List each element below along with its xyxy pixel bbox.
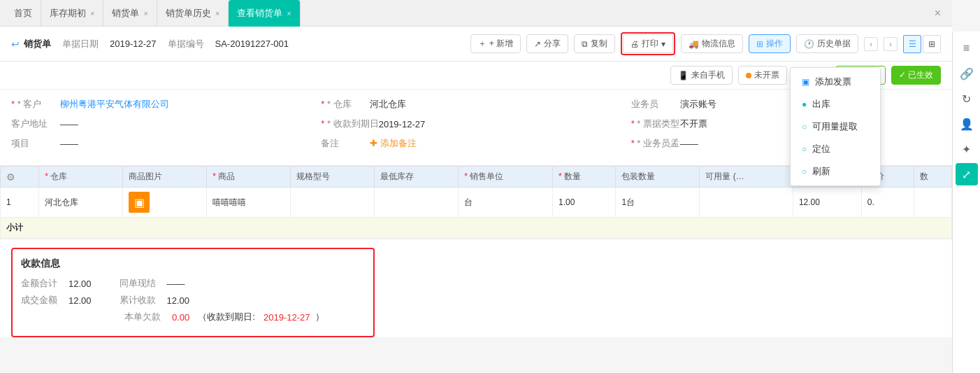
- sidebar-icon-3[interactable]: ↻: [956, 87, 978, 110]
- doc-header: ↩ 销货单 单据日期 2019-12-27 单据编号 SA-20191227-0…: [0, 27, 952, 62]
- add-invoice-icon: ▣: [802, 77, 809, 87]
- col-warehouse: 仓库: [39, 167, 123, 188]
- customer-value[interactable]: 柳州粤港平安气体有限公司: [60, 98, 169, 111]
- copy-button[interactable]: ⧉ 复制: [574, 34, 615, 53]
- product-image-icon: ▣: [134, 196, 145, 209]
- row-product: 嘻嘻嘻嘻: [207, 188, 291, 218]
- print-dropdown-arrow[interactable]: ▾: [661, 39, 665, 49]
- address-field: 客户地址 ——: [11, 118, 321, 130]
- same-order-label: 同单现结: [120, 277, 156, 290]
- effective-button[interactable]: ✓ 已生效: [891, 66, 941, 85]
- payment-section: 收款信息 金额合计 12.00 同单现结 —— 成交金额 12.00 累计收款: [11, 248, 375, 337]
- sidebar-icon-6[interactable]: ⤢: [956, 163, 978, 185]
- total-label: 金额合计: [21, 277, 57, 290]
- ship-out-item[interactable]: ● 出库: [791, 93, 880, 115]
- ticket-field: * 票据类型 不开票: [631, 118, 941, 130]
- tab-view-sales-label: 查看销货单: [237, 7, 282, 20]
- warehouse-field: * 仓库 河北仓库: [321, 98, 630, 111]
- next-record-button[interactable]: ›: [884, 37, 898, 51]
- note-field: 备注 ✚ 添加备注: [321, 137, 630, 150]
- from-phone-button[interactable]: 📱 来自手机: [670, 66, 733, 85]
- cumulative-field: 累计收款 12.00: [120, 294, 190, 307]
- list-view-button[interactable]: ☰: [903, 35, 921, 53]
- add-invoice-item[interactable]: ▣ 添加发票: [791, 71, 880, 93]
- tab-sales-close[interactable]: ×: [143, 9, 147, 17]
- warehouse-label: * 仓库: [321, 98, 370, 111]
- due-date-field: * 收款到期日 2019-12-27: [321, 118, 630, 130]
- payment-title: 收款信息: [21, 258, 365, 270]
- customer-field: * 客户 柳州粤港平安气体有限公司: [11, 98, 321, 111]
- new-icon: ＋: [478, 38, 487, 50]
- tab-home[interactable]: 首页: [6, 0, 41, 27]
- refresh-item[interactable]: ○ 刷新: [791, 160, 880, 183]
- history-button[interactable]: 🕐 历史单据: [796, 34, 858, 53]
- operate-dropdown: ▣ 添加发票 ● 出库 ○ 可用量提取 ○ 定位 ○ 刷新: [790, 67, 881, 186]
- prev-record-button[interactable]: ‹: [864, 37, 878, 51]
- sidebar-icon-2[interactable]: 🔗: [956, 62, 978, 85]
- not-open-button[interactable]: 未开票: [738, 66, 787, 85]
- add-note-button[interactable]: ✚ 添加备注: [370, 137, 417, 150]
- due-date-value: 2019-12-27: [379, 119, 426, 129]
- row-quantity: 1.00: [552, 188, 615, 218]
- sales-staff-value: ——: [680, 139, 698, 149]
- new-button[interactable]: ＋ + 新增: [470, 34, 521, 53]
- tab-home-label: 首页: [14, 7, 32, 20]
- row-more: [914, 188, 952, 218]
- sales-staff-label: * 业务员孟: [631, 137, 680, 150]
- due-close: ）: [315, 311, 324, 323]
- address-label: 客户地址: [11, 118, 60, 130]
- logistics-button[interactable]: 🚚 物流信息: [681, 34, 743, 53]
- copy-icon: ⧉: [582, 39, 588, 49]
- sidebar-icon-4[interactable]: 👤: [956, 113, 978, 135]
- available-qty-item[interactable]: ○ 可用量提取: [791, 115, 880, 138]
- logistics-icon: 🚚: [689, 39, 699, 49]
- col-product-img: 商品图片: [123, 167, 207, 188]
- tab-inventory-close[interactable]: ×: [90, 9, 94, 17]
- payment-row-2: 成交金额 12.00 累计收款 12.00: [21, 294, 365, 307]
- date-label: 单据日期: [62, 38, 99, 50]
- cumulative-value: 12.00: [167, 295, 190, 306]
- row-current-stock: 12.00: [793, 188, 861, 218]
- from-phone-label: 来自手机: [691, 69, 725, 81]
- product-image: ▣: [129, 192, 150, 213]
- grid-view-button[interactable]: ⊞: [923, 35, 941, 53]
- warehouse-value: 河北仓库: [370, 98, 406, 111]
- print-label: 打印: [642, 38, 658, 50]
- sidebar-icon-5[interactable]: ✦: [956, 138, 978, 160]
- right-sidebar: ≡ 🔗 ↻ 👤 ✦ ⤢: [952, 31, 980, 373]
- total-field: 金额合计 12.00: [21, 277, 92, 290]
- tab-sales-history-close[interactable]: ×: [215, 9, 219, 17]
- available-qty-label: 可用量提取: [812, 120, 858, 133]
- doc-type-label: 销货单: [24, 38, 51, 50]
- col-quantity: 数量: [552, 167, 615, 188]
- col-settings[interactable]: ⚙: [1, 167, 39, 188]
- deal-amount-label: 成交金额: [21, 294, 57, 307]
- row-num: 1: [1, 188, 39, 218]
- sidebar-icon-1[interactable]: ≡: [956, 37, 978, 59]
- print-button[interactable]: 🖨 打印 ▾: [623, 34, 673, 53]
- locate-item[interactable]: ○ 定位: [791, 138, 880, 160]
- owed-value: 0.00: [172, 312, 189, 323]
- operate-icon: ⊞: [756, 39, 763, 49]
- same-order-field: 同单现结 ——: [120, 277, 185, 290]
- owed-label: 本单欠款: [124, 311, 161, 323]
- total-value: 12.00: [69, 279, 92, 289]
- operate-button[interactable]: ⊞ 操作: [749, 34, 791, 53]
- due-date: 2019-12-27: [264, 312, 310, 323]
- payment-row-3: 本单欠款 0.00 （收款到期日: 2019-12-27 ）: [21, 311, 365, 323]
- tab-view-sales-close[interactable]: ×: [287, 9, 291, 17]
- number-label: 单据编号: [168, 38, 204, 50]
- window-close-button[interactable]: ×: [929, 7, 946, 20]
- doc-meta: 单据日期 2019-12-27 单据编号 SA-20191227-001: [62, 38, 289, 50]
- col-available: 可用量 (…: [700, 167, 793, 188]
- tab-view-sales[interactable]: 查看销货单 ×: [229, 0, 300, 27]
- tab-sales-history[interactable]: 销货单历史 ×: [157, 0, 229, 27]
- due-date-label: * 收款到期日: [321, 118, 378, 130]
- sales-staff-field: * 业务员孟 ——: [631, 137, 941, 150]
- due-note: （收款到期日:: [198, 311, 255, 323]
- tab-sales[interactable]: 销货单 ×: [103, 0, 157, 27]
- deal-amount-value: 12.00: [69, 295, 92, 306]
- tab-inventory[interactable]: 库存期初 ×: [41, 0, 103, 27]
- share-button[interactable]: ↗ 分享: [526, 34, 568, 53]
- cumulative-label: 累计收款: [120, 294, 156, 307]
